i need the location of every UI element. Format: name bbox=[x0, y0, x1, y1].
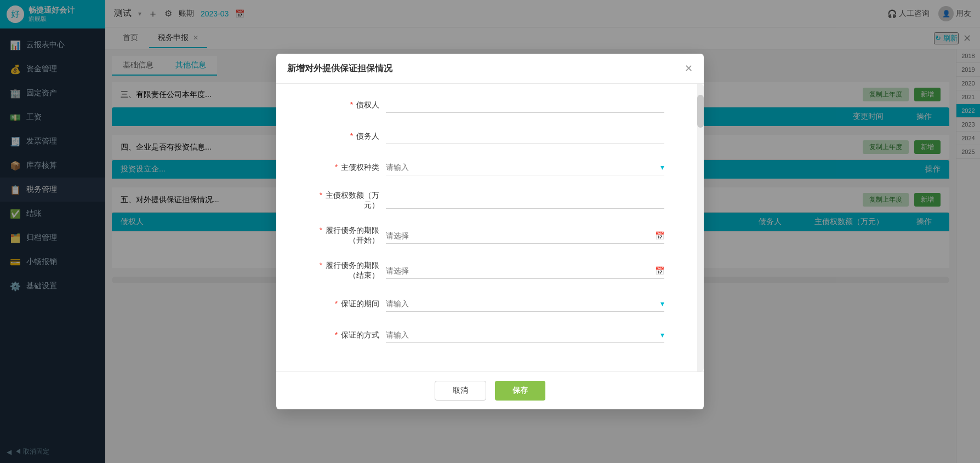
calendar-end-icon[interactable]: 📅 bbox=[655, 266, 664, 275]
dialog-body: * 债权人 * 债务人 * 主债权种 bbox=[276, 84, 697, 371]
label-claim-amount: * 主债权数额（万元） bbox=[309, 191, 386, 210]
date-period-end[interactable]: 📅 bbox=[386, 263, 664, 279]
form-row-claim-type: * 主债权种类 ▾ bbox=[309, 159, 664, 175]
dialog-scrollbar[interactable] bbox=[697, 84, 704, 371]
required-star: * bbox=[350, 132, 353, 140]
form-row-claim-amount: * 主债权数额（万元） bbox=[309, 191, 664, 210]
select-claim-type-input[interactable] bbox=[386, 163, 660, 172]
date-period-start[interactable]: 📅 bbox=[386, 228, 664, 244]
chevron-down-icon[interactable]: ▾ bbox=[660, 163, 664, 172]
form-row-period-start: * 履行债务的期限（开始） 📅 bbox=[309, 226, 664, 245]
label-guarantee-method: * 保证的方式 bbox=[309, 330, 386, 340]
calendar-start-icon[interactable]: 📅 bbox=[655, 231, 664, 240]
cancel-button[interactable]: 取消 bbox=[435, 381, 486, 401]
select-guarantee-period-input[interactable] bbox=[386, 299, 660, 308]
required-star: * bbox=[335, 330, 338, 339]
input-debtor[interactable] bbox=[386, 128, 664, 144]
label-debtor: * 债务人 bbox=[309, 132, 386, 141]
input-claim-amount[interactable] bbox=[386, 193, 664, 209]
dialog-close-button[interactable]: ✕ bbox=[685, 62, 693, 75]
label-claim-type: * 主债权种类 bbox=[309, 163, 386, 173]
required-star: * bbox=[335, 163, 338, 172]
chevron-down-icon-2[interactable]: ▾ bbox=[660, 299, 664, 308]
add-guarantee-dialog: 新增对外提供保证担保情况 ✕ * 债权人 * 债务人 bbox=[276, 54, 704, 409]
label-period-end: * 履行债务的期限（结束） bbox=[309, 261, 386, 281]
date-period-end-input[interactable] bbox=[386, 266, 655, 275]
select-guarantee-method[interactable]: ▾ bbox=[386, 327, 664, 343]
required-star: * bbox=[320, 226, 322, 235]
form-row-guarantee-period: * 保证的期间 ▾ bbox=[309, 296, 664, 312]
form-row-creditor: * 债权人 bbox=[309, 97, 664, 113]
required-star: * bbox=[320, 191, 322, 199]
select-claim-type[interactable]: ▾ bbox=[386, 159, 664, 175]
input-creditor[interactable] bbox=[386, 97, 664, 113]
required-star: * bbox=[335, 299, 338, 308]
dialog-title: 新增对外提供保证担保情况 bbox=[287, 63, 392, 75]
form-row-debtor: * 债务人 bbox=[309, 128, 664, 144]
dialog-footer: 取消 保存 bbox=[276, 371, 704, 409]
required-star: * bbox=[320, 261, 322, 270]
required-star: * bbox=[350, 100, 353, 109]
save-button[interactable]: 保存 bbox=[495, 381, 545, 401]
form-row-period-end: * 履行债务的期限（结束） 📅 bbox=[309, 261, 664, 281]
form-row-guarantee-method: * 保证的方式 ▾ bbox=[309, 327, 664, 343]
dialog-overlay: 新增对外提供保证担保情况 ✕ * 债权人 * 债务人 bbox=[0, 0, 980, 463]
label-guarantee-period: * 保证的期间 bbox=[309, 299, 386, 309]
chevron-down-icon-3[interactable]: ▾ bbox=[660, 330, 664, 339]
select-guarantee-method-input[interactable] bbox=[386, 330, 660, 339]
label-creditor: * 债权人 bbox=[309, 100, 386, 110]
dialog-scrollbar-thumb bbox=[697, 95, 704, 128]
dialog-header: 新增对外提供保证担保情况 ✕ bbox=[276, 54, 704, 84]
date-period-start-input[interactable] bbox=[386, 231, 655, 240]
label-period-start: * 履行债务的期限（开始） bbox=[309, 226, 386, 245]
select-guarantee-period[interactable]: ▾ bbox=[386, 296, 664, 312]
